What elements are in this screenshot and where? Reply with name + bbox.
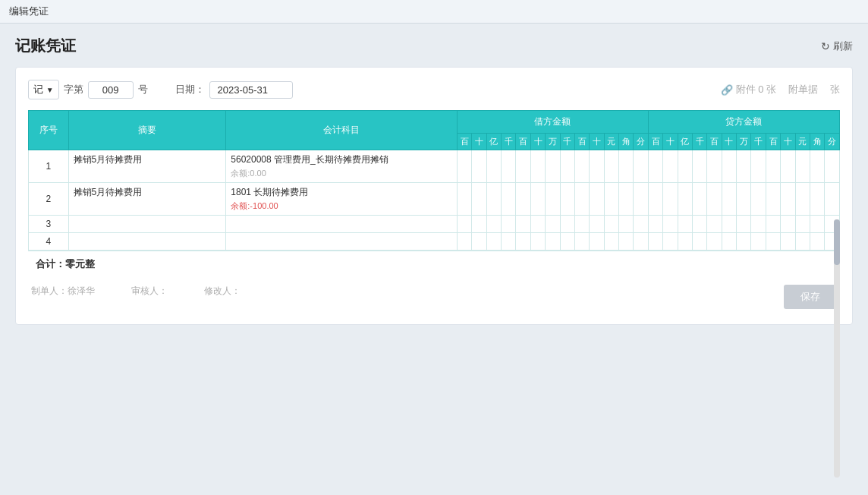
credit-cell-2-5[interactable] <box>722 216 736 233</box>
credit-cell-0-2[interactable] <box>678 150 692 183</box>
type-select[interactable]: 记 ▼ <box>28 80 59 99</box>
debit-cell-3-5[interactable] <box>530 233 545 251</box>
credit-cell-0-0[interactable] <box>648 150 662 183</box>
credit-cell-3-5[interactable] <box>722 233 736 251</box>
credit-cell-1-12[interactable] <box>825 183 840 216</box>
attachment-link[interactable]: 🔗 附件 0 张 <box>721 83 776 96</box>
credit-cell-0-8[interactable] <box>766 150 780 183</box>
debit-cell-1-4[interactable] <box>516 183 530 216</box>
credit-cell-0-11[interactable] <box>810 150 824 183</box>
debit-cell-3-8[interactable] <box>574 233 589 251</box>
debit-cell-1-7[interactable] <box>560 183 574 216</box>
credit-cell-0-6[interactable] <box>737 150 751 183</box>
credit-cell-1-7[interactable] <box>751 183 766 216</box>
debit-cell-2-5[interactable] <box>530 216 545 233</box>
debit-cell-0-0[interactable] <box>457 150 471 183</box>
debit-cell-3-3[interactable] <box>502 233 516 251</box>
row-summary-0[interactable]: 摊销5月待摊费用 <box>68 150 226 183</box>
debit-cell-0-6[interactable] <box>546 150 560 183</box>
credit-cell-1-5[interactable] <box>722 183 736 216</box>
debit-cell-2-7[interactable] <box>560 216 574 233</box>
credit-cell-1-10[interactable] <box>795 183 810 216</box>
credit-cell-3-9[interactable] <box>781 233 795 251</box>
credit-cell-1-0[interactable] <box>648 183 662 216</box>
credit-cell-3-6[interactable] <box>737 233 751 251</box>
credit-cell-1-1[interactable] <box>663 183 678 216</box>
debit-cell-1-6[interactable] <box>546 183 560 216</box>
credit-cell-2-10[interactable] <box>795 216 810 233</box>
row-summary-2[interactable] <box>68 216 226 233</box>
debit-cell-2-2[interactable] <box>486 216 501 233</box>
debit-cell-1-9[interactable] <box>590 183 604 216</box>
refresh-button[interactable]: ↻ 刷新 <box>821 39 853 53</box>
debit-cell-1-8[interactable] <box>574 183 589 216</box>
debit-cell-1-3[interactable] <box>502 183 516 216</box>
credit-cell-0-1[interactable] <box>663 150 678 183</box>
credit-cell-2-7[interactable] <box>751 216 766 233</box>
date-input[interactable] <box>209 81 293 99</box>
credit-cell-3-7[interactable] <box>751 233 766 251</box>
debit-cell-2-9[interactable] <box>590 216 604 233</box>
debit-cell-3-4[interactable] <box>516 233 530 251</box>
credit-cell-2-1[interactable] <box>663 216 678 233</box>
credit-cell-1-4[interactable] <box>707 183 722 216</box>
debit-cell-0-7[interactable] <box>560 150 574 183</box>
credit-cell-0-12[interactable] <box>825 150 840 183</box>
debit-cell-2-4[interactable] <box>516 216 530 233</box>
credit-cell-2-8[interactable] <box>766 216 780 233</box>
credit-cell-0-5[interactable] <box>722 150 736 183</box>
credit-cell-0-9[interactable] <box>781 150 795 183</box>
debit-cell-3-1[interactable] <box>472 233 486 251</box>
debit-cell-0-5[interactable] <box>530 150 545 183</box>
credit-cell-1-11[interactable] <box>810 183 824 216</box>
debit-cell-1-5[interactable] <box>530 183 545 216</box>
scrollbar-track[interactable] <box>834 219 840 478</box>
debit-cell-1-0[interactable] <box>457 183 471 216</box>
debit-cell-3-11[interactable] <box>619 233 634 251</box>
voucher-number-input[interactable] <box>88 81 134 99</box>
credit-cell-3-11[interactable] <box>810 233 824 251</box>
debit-cell-2-1[interactable] <box>472 216 486 233</box>
debit-cell-2-10[interactable] <box>604 216 618 233</box>
debit-cell-3-12[interactable] <box>634 233 648 251</box>
credit-cell-1-9[interactable] <box>781 183 795 216</box>
credit-cell-2-0[interactable] <box>648 216 662 233</box>
debit-cell-0-1[interactable] <box>472 150 486 183</box>
debit-cell-2-0[interactable] <box>457 216 471 233</box>
debit-cell-2-3[interactable] <box>502 216 516 233</box>
credit-cell-3-1[interactable] <box>663 233 678 251</box>
debit-cell-3-9[interactable] <box>590 233 604 251</box>
debit-cell-3-6[interactable] <box>546 233 560 251</box>
debit-cell-0-2[interactable] <box>486 150 501 183</box>
debit-cell-3-0[interactable] <box>457 233 471 251</box>
debit-cell-1-1[interactable] <box>472 183 486 216</box>
debit-cell-1-12[interactable] <box>634 183 648 216</box>
credit-cell-2-4[interactable] <box>707 216 722 233</box>
credit-cell-2-2[interactable] <box>678 216 692 233</box>
credit-cell-2-9[interactable] <box>781 216 795 233</box>
debit-cell-2-6[interactable] <box>546 216 560 233</box>
debit-cell-0-3[interactable] <box>502 150 516 183</box>
credit-cell-1-8[interactable] <box>766 183 780 216</box>
debit-cell-0-12[interactable] <box>634 150 648 183</box>
credit-cell-3-10[interactable] <box>795 233 810 251</box>
row-account-0[interactable]: 56020008 管理费用_长期待摊费用摊销余额:0.00 <box>226 150 458 183</box>
debit-cell-0-4[interactable] <box>516 150 530 183</box>
row-summary-1[interactable]: 摊销5月待摊费用 <box>68 183 226 216</box>
credit-cell-3-4[interactable] <box>707 233 722 251</box>
credit-cell-3-0[interactable] <box>648 233 662 251</box>
debit-cell-0-8[interactable] <box>574 150 589 183</box>
credit-cell-0-3[interactable] <box>692 150 706 183</box>
scrollbar-thumb[interactable] <box>834 219 840 265</box>
debit-cell-2-8[interactable] <box>574 216 589 233</box>
credit-cell-1-6[interactable] <box>737 183 751 216</box>
row-summary-3[interactable] <box>68 233 226 251</box>
debit-cell-1-10[interactable] <box>604 183 618 216</box>
credit-cell-2-6[interactable] <box>737 216 751 233</box>
row-account-1[interactable]: 1801 长期待摊费用余额:-100.00 <box>226 183 458 216</box>
debit-cell-1-2[interactable] <box>486 183 501 216</box>
credit-cell-0-4[interactable] <box>707 150 722 183</box>
credit-cell-0-7[interactable] <box>751 150 766 183</box>
credit-cell-3-8[interactable] <box>766 233 780 251</box>
debit-cell-2-12[interactable] <box>634 216 648 233</box>
